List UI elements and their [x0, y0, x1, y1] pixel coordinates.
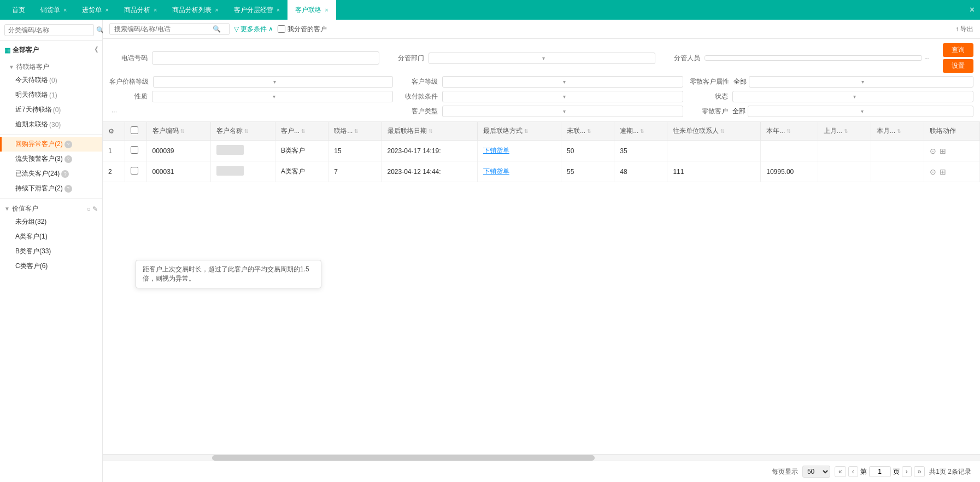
- sidebar-item-b-class[interactable]: B类客户(33): [0, 244, 102, 259]
- more-options-icon[interactable]: ···: [922, 54, 932, 62]
- filter-row-3: 性质 ▾ 收付款条件 ▾ 状态: [109, 91, 973, 102]
- nav-product-analysis[interactable]: 商品分析 ×: [116, 0, 165, 20]
- sidebar-item-tomorrow-pending[interactable]: 明天待联络(1): [0, 88, 102, 102]
- sidebar-item-repurchase-abnormal[interactable]: 回购异常客户(2) ?: [0, 137, 102, 152]
- payment-terms-select[interactable]: ▾: [442, 91, 683, 102]
- main-search-input[interactable]: [114, 25, 213, 33]
- prev-page-button[interactable]: ‹: [848, 466, 858, 477]
- th-contact-count: 联络... ⇅: [328, 122, 382, 141]
- sidebar-item-overdue-contact[interactable]: 逾期未联络(30): [0, 117, 102, 132]
- sort-name-icon[interactable]: ⇅: [244, 129, 249, 134]
- nav-purchase-order[interactable]: 进货单 ×: [74, 0, 116, 20]
- sidebar-item-churn-warning[interactable]: 流失预警客户(3) ?: [0, 152, 102, 166]
- sidebar-group-value-customers[interactable]: ▼ 价值客户 ○ ✎: [0, 201, 102, 214]
- retail-customer-select[interactable]: ▾: [748, 106, 973, 117]
- sort-type-icon[interactable]: ⇅: [301, 129, 306, 134]
- close-customer-contact-icon[interactable]: ×: [325, 7, 328, 13]
- sidebar-item-c-class[interactable]: C类客户(6): [0, 259, 102, 274]
- page-size-select[interactable]: 50 10 20 100: [802, 466, 830, 478]
- first-page-button[interactable]: «: [835, 466, 846, 477]
- th-name: 客户名称 ⇅: [211, 122, 275, 141]
- nature-select[interactable]: ▾: [152, 91, 393, 102]
- link-icon-1[interactable]: ⊙: [930, 147, 936, 155]
- settings-button[interactable]: 设置: [943, 59, 973, 73]
- my-customer-check[interactable]: [278, 25, 285, 33]
- more-conditions-button[interactable]: ▽ 更多条件 ∧: [234, 25, 273, 34]
- sort-overdue-icon[interactable]: ⇅: [640, 129, 644, 134]
- close-product-analysis-icon[interactable]: ×: [154, 7, 157, 13]
- nav-home[interactable]: 首页: [4, 0, 33, 20]
- info-icon[interactable]: ?: [64, 141, 72, 148]
- sort-person-icon[interactable]: ⇅: [720, 129, 725, 134]
- select-all-checkbox[interactable]: [131, 126, 138, 134]
- window-close-button[interactable]: ×: [970, 5, 975, 15]
- nav-sales-order[interactable]: 销货单 ×: [33, 0, 74, 20]
- sidebar-item-declining[interactable]: 持续下滑客户(2) ?: [0, 181, 102, 196]
- sidebar-item-a-class[interactable]: A类客户(1): [0, 229, 102, 244]
- grid-action-icon-2[interactable]: ⊞: [940, 167, 946, 176]
- info-icon-2[interactable]: ?: [64, 155, 72, 163]
- sidebar-collapse-icon[interactable]: 《: [91, 45, 98, 55]
- next-page-button[interactable]: ›: [902, 466, 912, 477]
- query-button[interactable]: 查询: [943, 43, 973, 57]
- close-customer-tier-icon[interactable]: ×: [277, 7, 280, 13]
- sort-date-icon[interactable]: ⇅: [429, 129, 433, 134]
- close-product-analysis-list-icon[interactable]: ×: [215, 7, 218, 13]
- sort-year-icon[interactable]: ⇅: [787, 129, 791, 134]
- sort-contact-icon[interactable]: ⇅: [354, 129, 359, 134]
- horizontal-scrollbar[interactable]: [103, 454, 980, 461]
- sidebar-group-pending-contact[interactable]: ▼ 待联络客户: [0, 59, 102, 73]
- filter-rows-area: 电话号码 分管部门 ▾ 分管人员 ···: [103, 39, 980, 122]
- sort-this-month-icon[interactable]: ⇅: [897, 129, 901, 134]
- th-customer-type: 客户... ⇅: [275, 122, 328, 141]
- sort-code-icon[interactable]: ⇅: [180, 129, 185, 134]
- tooltip-box: 距客户上次交易时长，超过了此客户的平均交易周期的1.5倍，则视为异常。: [136, 260, 321, 288]
- nav-customer-tier[interactable]: 客户分层经营 ×: [226, 0, 287, 20]
- manager-select[interactable]: [705, 55, 922, 61]
- th-settings[interactable]: ⚙: [103, 122, 125, 141]
- retail-attribute-select[interactable]: ▾: [749, 76, 973, 88]
- scrollbar-thumb[interactable]: [212, 455, 595, 461]
- last-page-button[interactable]: »: [914, 466, 925, 477]
- phone-input[interactable]: [152, 51, 379, 65]
- sidebar-item-churned[interactable]: 已流失客户(24) ?: [0, 166, 102, 181]
- close-sales-order-icon[interactable]: ×: [63, 7, 67, 13]
- main-search-icon[interactable]: 🔍: [213, 25, 221, 33]
- row2-checkbox[interactable]: [125, 161, 146, 182]
- more-options-dots[interactable]: ···: [109, 108, 119, 115]
- customer-level-select[interactable]: ▾: [442, 76, 683, 88]
- department-select[interactable]: ▾: [429, 53, 656, 64]
- table-settings-icon[interactable]: ⚙: [108, 127, 114, 135]
- edit-icons[interactable]: ○ ✎: [86, 205, 98, 213]
- nav-customer-contact[interactable]: 客户联络 ×: [287, 0, 336, 20]
- sidebar-all-customers[interactable]: ▦ 全部客户 《: [0, 41, 102, 59]
- th-checkbox[interactable]: [125, 122, 146, 141]
- export-button[interactable]: ↑ 导出: [955, 25, 973, 34]
- link-icon-2[interactable]: ⊙: [930, 167, 936, 176]
- status-select[interactable]: ▾: [732, 91, 973, 102]
- row2-uncontacted: 55: [561, 161, 614, 182]
- sidebar-item-ungrouped[interactable]: 未分组(32): [0, 214, 102, 229]
- row2-name: [211, 161, 275, 182]
- price-level-select[interactable]: ▾: [153, 76, 393, 88]
- sidebar-item-7day-pending[interactable]: 近7天待联络(0): [0, 102, 102, 117]
- row2-last-method[interactable]: 下销货单: [477, 161, 561, 182]
- price-level-label: 客户价格等级: [109, 77, 149, 86]
- sort-last-month-icon[interactable]: ⇅: [844, 129, 848, 134]
- customer-type-select[interactable]: ▾: [442, 106, 683, 117]
- info-icon-3[interactable]: ?: [61, 170, 69, 178]
- info-icon-4[interactable]: ?: [64, 185, 72, 193]
- sidebar-item-today-pending[interactable]: 今天待联络(0): [0, 73, 102, 88]
- retail-customer-label: 零散客户: [690, 107, 728, 116]
- sort-uncontacted-icon[interactable]: ⇅: [587, 129, 591, 134]
- row1-last-method[interactable]: 下销货单: [477, 141, 561, 161]
- sidebar-search-input[interactable]: [4, 24, 94, 36]
- row1-checkbox[interactable]: [125, 141, 146, 161]
- close-purchase-order-icon[interactable]: ×: [105, 7, 108, 13]
- grid-action-icon-1[interactable]: ⊞: [940, 147, 946, 155]
- nav-product-analysis-list[interactable]: 商品分析列表 ×: [165, 0, 226, 20]
- sort-method-icon[interactable]: ⇅: [524, 129, 529, 134]
- my-customer-checkbox[interactable]: 我分管的客户: [278, 25, 327, 34]
- retail-attribute-label: 零散客户属性: [690, 77, 729, 86]
- page-number-input[interactable]: [869, 466, 891, 477]
